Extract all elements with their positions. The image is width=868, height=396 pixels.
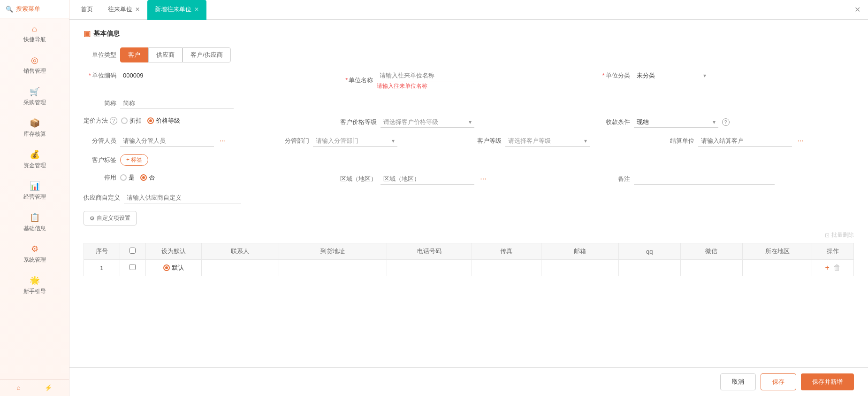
yes-radio[interactable] [120,174,127,181]
unit-type-both-btn[interactable]: 客户/供应商 [183,47,231,62]
dept-wrapper[interactable]: 请输入分管部门 [313,135,397,147]
unit-type-customer-btn[interactable]: 客户 [120,47,148,62]
abbr-input[interactable] [120,98,234,109]
pricing-label: 定价方法 ? [84,116,117,125]
pricing-discount-option[interactable]: 折扣 [121,116,142,125]
col-qq: qq [618,243,680,260]
remarks-input[interactable] [634,173,775,185]
wechat-input[interactable] [697,264,725,272]
manager-more-btn[interactable]: ··· [218,137,228,145]
dept-label: 分管部门 [276,137,309,145]
qq-input[interactable] [635,264,663,272]
disabled-yes-option[interactable]: 是 [120,173,135,182]
row-add-btn[interactable]: + [825,264,829,272]
sidebar-item-inventory[interactable]: 📦 库存核算 [0,112,69,144]
phone-input[interactable] [408,264,450,272]
discount-radio[interactable] [121,117,128,124]
row-wechat[interactable] [680,260,742,276]
name-input[interactable] [377,70,480,81]
row-contact[interactable] [202,260,279,276]
settlement-more-btn[interactable]: ··· [796,137,806,145]
save-new-button[interactable]: 保存并新增 [801,373,854,390]
contact-table: 序号 设为默认 联系人 到货地址 电话号码 传真 邮箱 qq 微信 所在地区 操… [84,243,854,276]
add-tag-btn[interactable]: + 标签 [120,154,148,166]
address-input[interactable] [305,264,361,272]
contact-input[interactable] [221,264,259,272]
sidebar-search-label: 搜索菜单 [16,5,40,13]
region-field: 区域（地区） ··· [340,173,597,185]
col-address: 到货地址 [279,243,387,260]
manager-field: 分管人员 ··· [84,135,276,147]
payment-select[interactable]: 现结 [634,116,718,128]
region-more-btn[interactable]: ··· [478,175,488,183]
sidebar-item-operations[interactable]: 📊 经营管理 [0,175,69,207]
dept-select[interactable]: 请输入分管部门 [313,135,397,147]
custom-settings-btn[interactable]: ⚙ 自定义项设置 [84,211,137,225]
row-fax[interactable] [472,260,541,276]
sidebar-item-purchase[interactable]: 🛒 采购管理 [0,81,69,112]
payment-help-icon[interactable]: ? [722,118,730,126]
default-radio-circle[interactable] [163,264,170,271]
col-check [120,243,145,260]
unit-type-row: 单位类型 客户 供应商 客户/供应商 [84,47,854,62]
settlement-input[interactable] [698,135,792,147]
level-radio[interactable] [147,117,154,124]
tab-new-partner[interactable]: 新增往来单位 ✕ [147,0,206,20]
pricing-level-option[interactable]: 价格等级 [147,116,180,125]
row-qq[interactable] [618,260,680,276]
no-radio[interactable] [140,174,147,181]
fax-input[interactable] [490,264,523,272]
sidebar-search[interactable]: 🔍 搜索菜单 [0,0,69,18]
sidebar-icon-1[interactable]: ⌂ [17,384,21,391]
tab-new-partner-close[interactable]: ✕ [194,6,199,13]
payment-wrapper[interactable]: 现结 [634,116,718,128]
dept-field: 分管部门 请输入分管部门 [276,135,469,147]
region-table-input[interactable] [761,264,794,272]
supplier-custom-input[interactable] [124,192,241,203]
tab-partners[interactable]: 往来单位 ✕ [100,0,147,20]
operations-icon: 📊 [30,181,40,191]
sidebar-bottom: ⌂ ⚡ [0,379,69,396]
category-select-wrapper[interactable]: 未分类 [634,70,709,81]
email-input[interactable] [561,264,599,272]
tab-home[interactable]: 首页 [73,0,100,20]
grade-wrapper[interactable]: 请选择客户等级 [505,135,590,147]
tab-partners-close[interactable]: ✕ [135,6,140,13]
region-input[interactable] [381,173,474,185]
sidebar-item-guide[interactable]: 🌟 新手引导 [0,270,69,301]
sidebar-item-basic[interactable]: 📋 基础信息 [0,207,69,238]
manager-input[interactable] [120,135,214,147]
category-select[interactable]: 未分类 [634,70,709,81]
col-region: 所在地区 [742,243,812,260]
settlement-field: 结算单位 ··· [662,135,854,147]
window-close-button[interactable]: ✕ [851,5,864,14]
row-region[interactable] [742,260,812,276]
row-default-radio[interactable]: 默认 [151,264,197,272]
sidebar-item-finance[interactable]: 💰 资金管理 [0,144,69,175]
row-checkbox[interactable] [129,264,136,270]
unit-type-supplier-btn[interactable]: 供应商 [148,47,183,62]
row-address[interactable] [279,260,387,276]
section-icon: ▣ [84,29,91,38]
sidebar-icon-2[interactable]: ⚡ [45,384,52,391]
sidebar-item-quick-nav[interactable]: ⌂ 快捷导航 [0,18,69,49]
row-delete-btn[interactable]: 🗑 [833,264,841,272]
customer-level-wrapper[interactable]: 请选择客户价格等级 [381,116,474,128]
row-phone[interactable] [387,260,472,276]
cancel-button[interactable]: 取消 [720,373,756,390]
row-email[interactable] [541,260,619,276]
grade-select[interactable]: 请选择客户等级 [505,135,590,147]
section-title-text: 基本信息 [93,30,120,38]
unit-type-label: 单位类型 [84,51,116,59]
code-input[interactable] [120,70,214,81]
select-all-checkbox[interactable] [129,248,136,254]
sidebar-item-sales[interactable]: ◎ 销售管理 [0,49,69,81]
customer-level-select[interactable]: 请选择客户价格等级 [381,116,474,128]
pricing-help-icon[interactable]: ? [110,117,117,124]
disabled-row: 停用 是 否 区域（地区） ··· [84,173,854,185]
disabled-no-option[interactable]: 否 [140,173,155,182]
col-contact: 联系人 [202,243,279,260]
sidebar-item-system[interactable]: ⚙ 系统管理 [0,238,69,270]
save-button[interactable]: 保存 [761,373,796,390]
pricing-field: 定价方法 ? 折扣 价格等级 [84,116,340,125]
